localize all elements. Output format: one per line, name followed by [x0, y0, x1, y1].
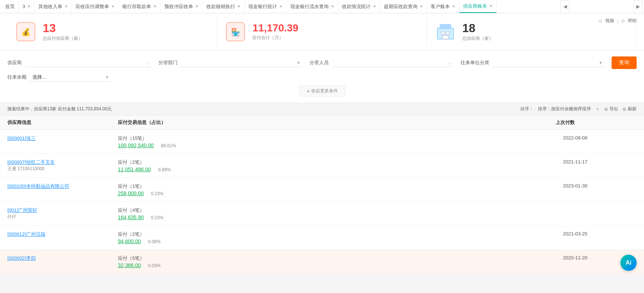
table-row[interactable]: [000012]广州贝瑞 应付（2笔） 94,600.00 0.08% 2021…	[0, 226, 644, 250]
tx-cell-3: 应付（4笔） 164,635.90 0.15%	[118, 207, 563, 220]
supplier-cell-5: [000002]李四	[7, 255, 118, 262]
help-link[interactable]: 帮助	[628, 18, 637, 24]
nav-tab-other-income[interactable]: 其他收入单 ✕	[35, 0, 72, 13]
nav-tab-bank-deposit-close[interactable]: ✕	[153, 4, 157, 9]
lastpay-cell-4: 2021-03-25	[563, 231, 637, 237]
lastpay-cell-1: 2021-11-17	[563, 159, 637, 165]
tx-label-3: 应付（4笔）	[118, 207, 144, 213]
tx-amount-1[interactable]: 11,051,486.00	[118, 166, 151, 172]
stats-bar: 💰 13 总应付供应商（家） 🏪 11,170.39 应付合计（万）	[0, 13, 644, 51]
supplier-cell-2: [000100]本特勤油品有限公司	[7, 183, 118, 190]
video-link[interactable]: 视频	[605, 18, 614, 24]
lastpay-date-1: 2021-11-17	[563, 159, 588, 165]
lastpay-date-4: 2021-03-25	[563, 231, 588, 237]
tx-amount-5[interactable]: 32,366.00	[118, 262, 141, 268]
nav-tab-overdue-ar-close[interactable]: ✕	[420, 4, 423, 9]
tx-amount-2[interactable]: 258,000.00	[118, 190, 144, 196]
nav-tab-cash-bank-stats-close[interactable]: ✕	[279, 4, 283, 9]
supplier-link-4[interactable]: [000012]广州贝瑞	[7, 231, 118, 238]
filter-category-select[interactable]	[492, 58, 597, 67]
nav-tab-collection-label: 收款核销执行	[206, 3, 235, 10]
nav-tab-3-label: 3	[22, 4, 25, 9]
tx-label-0: 应付（15笔）	[118, 135, 147, 141]
nav-tab-customer-ledger-close[interactable]: ✕	[452, 4, 455, 9]
supplier-link-1[interactable]: [000007]恒旺二手叉车	[7, 159, 118, 166]
supplier-link-3[interactable]: [001]广州荣轩	[7, 207, 118, 214]
filter-supplier-dots[interactable]: ...	[144, 60, 151, 65]
nav-tab-3[interactable]: 3 ✕	[19, 0, 35, 13]
stat-icon-suppliers	[434, 21, 456, 43]
supplier-link-2[interactable]: [000100]本特勤油品有限公司	[7, 183, 118, 190]
nav-tab-bank-deposit[interactable]: 银行存取款单 ✕	[119, 0, 161, 13]
nav-tab-customer-ledger[interactable]: 客户账本 ✕	[427, 0, 459, 13]
table-row[interactable]: [000100]本特勤油品有限公司 应付（1笔） 258,000.00 0.23…	[0, 178, 644, 202]
nav-prev-arrow[interactable]: ◀	[561, 0, 570, 13]
lastpay-cell-0: 2022-08-08	[563, 135, 637, 141]
table-row[interactable]: [000001]张三 应付（15笔） 100,092,540.00 89.61%…	[0, 130, 644, 154]
nav-next-arrow[interactable]: ▶	[634, 0, 643, 13]
svg-rect-6	[442, 32, 445, 35]
svg-text:💰: 💰	[21, 28, 31, 37]
filter-label-supplier: 供应商	[7, 59, 22, 66]
collapse-button[interactable]: ∧ 收起更多条件	[299, 85, 346, 97]
nav-tab-overdue-ar[interactable]: 超期应收款查询 ✕	[380, 0, 427, 13]
ai-button[interactable]: Ai	[620, 255, 637, 271]
nav-tab-collection-close[interactable]: ✕	[237, 4, 241, 9]
table-row[interactable]: [001]广州荣轩 仔仔 应付（4笔） 164,635.90 0.15%	[0, 202, 644, 226]
stat-label-total-suppliers: 总供应商（家）	[462, 35, 493, 42]
nav-tab-ar-ap-adjust-close[interactable]: ✕	[111, 4, 115, 9]
stat-card-payable-total: 🏪 11,170.39 应付合计（万）	[217, 18, 427, 46]
filter-label-balance: 往来余额	[7, 74, 27, 80]
sort-link[interactable]: 排序：按应付余额倒序排序	[538, 106, 591, 112]
nav-tab-supplier-ledger[interactable]: 供应商账本 ✕	[459, 0, 497, 13]
lastpay-date-5: 2020-11-20	[563, 255, 588, 261]
tx-label-5: 应付（5笔）	[118, 255, 144, 261]
tx-amount-0[interactable]: 100,092,540.00	[118, 142, 154, 148]
nav-tab-prepayment-close[interactable]: ✕	[195, 4, 199, 9]
filter-person-input[interactable]	[332, 58, 447, 67]
supplier-link-0[interactable]: [000001]张三	[7, 135, 118, 142]
nav-tab-3-close[interactable]: ✕	[27, 4, 31, 9]
stat-label-payable-total: 应付合计（万）	[252, 35, 298, 41]
export-button[interactable]: ⊙ 导出	[604, 106, 618, 112]
result-summary-area: 搜索结果中，供应商13家 应付金额 111,703,854.00元	[7, 106, 112, 112]
nav-tab-cash-bank-flow[interactable]: 现金银行流水查询 ✕	[287, 0, 338, 13]
nav-tab-collection[interactable]: 收款核销执行 ✕	[203, 0, 245, 13]
nav-tab-prepayment[interactable]: 预收冲应收单 ✕	[161, 0, 203, 13]
lastpay-date-0: 2022-08-08	[563, 135, 588, 141]
nav-tab-supplier-ledger-close[interactable]: ✕	[489, 4, 493, 8]
filter-person-dots[interactable]: ...	[447, 60, 453, 65]
query-button[interactable]: 查询	[612, 56, 637, 69]
nav-tab-cash-bank-stats[interactable]: 现金银行统计 ✕	[245, 0, 287, 13]
filter-item-person: 分管人员 ...	[309, 58, 453, 67]
filter-dept-select[interactable]	[181, 58, 295, 67]
nav-tab-cash-bank-flow-close[interactable]: ✕	[331, 4, 334, 9]
tx-amount-3[interactable]: 164,635.90	[118, 214, 144, 220]
supplier-cell-3: [001]广州荣轩 仔仔	[7, 207, 118, 220]
filter-balance-select[interactable]: 选择...	[29, 73, 104, 81]
result-summary: 搜索结果中，供应商13家 应付金额 111,703,854.00元	[7, 106, 112, 112]
nav-tab-collection-stats-close[interactable]: ✕	[373, 4, 376, 9]
filter-dept-arrow: ▼	[295, 61, 302, 65]
nav-tab-ar-ap-adjust[interactable]: 应收应付调整单 ✕	[72, 0, 119, 13]
nav-tab-other-income-close[interactable]: ✕	[64, 4, 68, 9]
refresh-button[interactable]: ⊙ 刷新	[623, 106, 637, 112]
nav-tab-bank-deposit-label: 银行存取款单	[122, 3, 151, 10]
svg-text:🏪: 🏪	[231, 28, 240, 37]
stat-number-payable-suppliers: 13	[43, 22, 83, 34]
filter-item-category: 往来单位分类 ▼	[461, 58, 604, 67]
result-bar: 搜索结果中，供应商13家 应付金额 111,703,854.00元 排序： 排序…	[0, 103, 644, 116]
tx-cell-0: 应付（15笔） 100,092,540.00 89.61%	[118, 135, 563, 148]
ai-label: Ai	[626, 259, 631, 266]
table-row[interactable]: [000002]李四 应付（5笔） 32,366.00 0.03% 2020-1…	[0, 250, 644, 274]
filter-supplier-input[interactable]	[25, 58, 144, 67]
lastpay-cell-2: 2023-01-30	[563, 183, 637, 189]
nav-tab-home[interactable]: 首页	[1, 0, 19, 13]
collapse-icon: ∧	[307, 89, 310, 94]
supplier-link-5[interactable]: [000002]李四	[7, 255, 118, 262]
table-row[interactable]: [000007]恒旺二手叉车 王通 17106110000 应付（2笔） 11,…	[0, 154, 644, 178]
supplier-cell-1: [000007]恒旺二手叉车 王通 17106110000	[7, 159, 118, 172]
col-header-transaction: 应付交易信息（占比）	[118, 119, 556, 126]
nav-tab-collection-stats[interactable]: 收款情况统计 ✕	[338, 0, 380, 13]
tx-amount-4[interactable]: 94,600.00	[118, 238, 141, 244]
